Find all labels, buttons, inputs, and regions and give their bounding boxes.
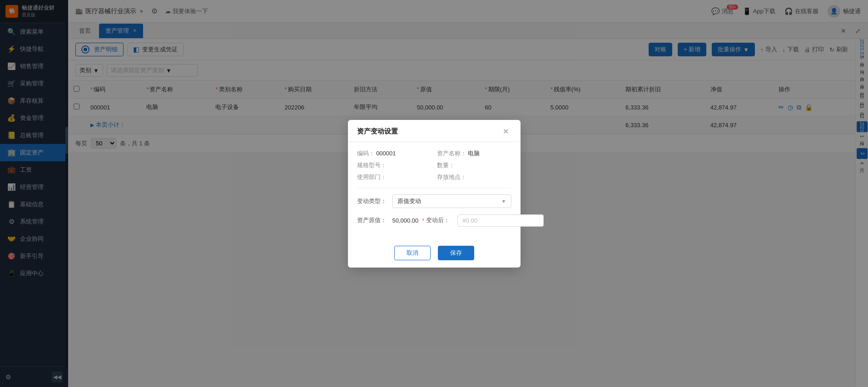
modal-body: 编码： 000001 资产名称： 电脑 规格型号： 数量： 使用部门： bbox=[348, 142, 521, 240]
required-star: * bbox=[422, 217, 424, 224]
after-label-container: * 变动后： bbox=[422, 216, 454, 224]
modal-code-item: 编码： 000001 bbox=[357, 149, 432, 158]
modal-header: 资产变动设置 ✕ bbox=[348, 120, 521, 142]
modal-code-value: 000001 bbox=[376, 150, 396, 157]
original-value-label: 资产原值： bbox=[357, 216, 389, 224]
after-label: 变动后： bbox=[426, 216, 450, 224]
change-type-arrow-icon: ▼ bbox=[501, 198, 506, 204]
modal-qty-item: 数量： bbox=[437, 161, 511, 169]
modal-title: 资产变动设置 bbox=[357, 127, 501, 136]
modal-code-label: 编码： bbox=[357, 150, 375, 157]
change-type-value: 原值变动 bbox=[397, 197, 499, 205]
modal-footer: 取消 保存 bbox=[348, 240, 521, 268]
save-button[interactable]: 保存 bbox=[438, 246, 474, 260]
modal-dept-item: 使用部门： bbox=[357, 173, 432, 181]
modal-name-item: 资产名称： 电脑 bbox=[437, 149, 511, 158]
modal-qty-label: 数量： bbox=[437, 162, 455, 169]
modal-overlay: 资产变动设置 ✕ 编码： 000001 资产名称： 电脑 规格型号： 数 bbox=[0, 0, 868, 387]
after-value-input[interactable] bbox=[457, 214, 544, 227]
change-type-row: 变动类型： 原值变动 ▼ bbox=[357, 194, 511, 208]
modal-close-button[interactable]: ✕ bbox=[501, 126, 511, 137]
modal-info-grid: 编码： 000001 资产名称： 电脑 规格型号： 数量： 使用部门： bbox=[357, 149, 511, 188]
modal-location-item: 存放地点： bbox=[437, 173, 511, 181]
value-row: 资产原值： 50,000.00 * 变动后： bbox=[357, 214, 511, 227]
modal-name-label: 资产名称： bbox=[437, 150, 466, 157]
change-type-label: 变动类型： bbox=[357, 197, 389, 205]
modal-spec-label: 规格型号： bbox=[357, 162, 387, 169]
original-value-display: 50,000.00 bbox=[392, 217, 419, 224]
cancel-button[interactable]: 取消 bbox=[394, 246, 431, 260]
modal-name-value: 电脑 bbox=[468, 150, 480, 157]
modal-dept-label: 使用部门： bbox=[357, 174, 387, 180]
modal-spec-item: 规格型号： bbox=[357, 161, 432, 169]
change-type-select[interactable]: 原值变动 ▼ bbox=[392, 194, 511, 208]
asset-change-modal: 资产变动设置 ✕ 编码： 000001 资产名称： 电脑 规格型号： 数 bbox=[348, 120, 521, 268]
modal-location-label: 存放地点： bbox=[437, 174, 466, 180]
